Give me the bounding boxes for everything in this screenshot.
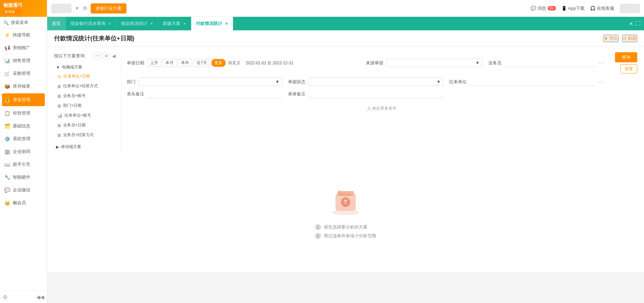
filter-body-note-item: 表体备注 [288, 90, 444, 98]
settings-display-btn[interactable]: 设置 [620, 64, 637, 73]
tab-income-close[interactable]: ✕ [150, 22, 153, 26]
tab-home-label: 首页 [52, 21, 61, 27]
sidebar-item-label: 营销推广 [13, 45, 30, 51]
collapse-conditions-btn[interactable]: ⋀ 收起更多条件 [368, 105, 397, 111]
sidebar-collapse-btn[interactable]: ◀◀ [36, 294, 44, 300]
sidebar-settings-btn[interactable]: ⚙ [3, 294, 7, 300]
tab-bank-close[interactable]: ✕ [108, 22, 111, 26]
trial-btn[interactable]: 体验行业方案 [91, 3, 126, 13]
sidebar-item-label: 企业协同 [13, 149, 30, 155]
inventory-icon: 📦 [4, 83, 10, 89]
filter-dept-item: 部门 ▼ [127, 78, 283, 86]
sidebar-item-enterprise[interactable]: 🏢 企业协同 [0, 145, 47, 158]
tab-payment[interactable]: 付款情况统计 ✕ [191, 17, 233, 30]
scheme-grid-icon: ▦ [57, 103, 61, 108]
scheme-item-salesman-date[interactable]: ▦ 业务员+日期 [54, 120, 116, 130]
service-btn[interactable]: 🎧 在线客服 [590, 5, 614, 11]
svg-point-8 [339, 190, 341, 192]
partner-input[interactable] [469, 78, 596, 86]
source-label: 来源单据 [366, 60, 383, 66]
salesman-input[interactable] [504, 59, 596, 67]
filter-row-3: 表头备注 表体备注 [127, 90, 637, 98]
sidebar-item-label: 系统管理 [13, 136, 30, 142]
scheme-item-label: 往来单位+账号 [64, 113, 91, 118]
hardware-icon: 🔧 [4, 174, 10, 180]
source-select[interactable]: ▼ [386, 59, 483, 67]
step-num-1: 1 [315, 224, 321, 230]
tab-bank-label: 现金银行流水查询 [70, 21, 106, 27]
date-btn-this-year[interactable]: 本年 [178, 59, 192, 67]
salesman-label: 业务员 [488, 60, 501, 66]
svg-point-6 [350, 191, 353, 194]
sidebar-item-marketing[interactable]: 📢 营销推广 [0, 41, 47, 54]
sidebar-item-quick-nav[interactable]: ⚡ 快捷导航 [0, 29, 47, 41]
sidebar-item-label: 新手引导 [13, 161, 30, 168]
scheme-group-desktop-title[interactable]: ▼ 电脑端方案 [54, 63, 116, 71]
filter-section: 按以下方案查询 + ⚙ ◀ ▼ 电脑端方案 ⊙ 往来单 [47, 47, 644, 154]
sidebar-item-weixin[interactable]: 💬 企业微信 [0, 184, 47, 196]
sidebar-item-basic-info[interactable]: 🗂️ 基础信息 [0, 120, 47, 132]
date-btn-last-month[interactable]: 上月 [147, 59, 161, 67]
tab-payment-label: 付款情况统计 [196, 21, 222, 27]
doc-status-dropdown-icon: ▼ [436, 79, 441, 84]
tab-home[interactable]: 首页 [47, 17, 66, 30]
tab-close-all-btn[interactable]: ✕ [629, 21, 633, 27]
topbar-user-avatar[interactable] [620, 4, 640, 13]
refresh-icon: ↺ [623, 36, 626, 41]
export-btn[interactable]: ⬆ 导出 [604, 35, 619, 42]
sidebar-logo: 畅捷通巧 [3, 2, 22, 8]
app-icon: 📱 [561, 6, 567, 11]
body-note-input[interactable] [308, 90, 444, 98]
tab-income[interactable]: 收款情况统计 ✕ [116, 17, 158, 30]
tab-bank[interactable]: 现金银行流水查询 ✕ [66, 17, 116, 30]
scheme-settings-btn[interactable]: ⚙ [103, 52, 110, 60]
date-btn-this-month[interactable]: 本月 [163, 59, 177, 67]
empty-illustration: ? [325, 184, 366, 217]
tab-payment-close[interactable]: ✕ [225, 22, 228, 26]
scheme-toggle-btn[interactable]: ◀ [112, 53, 116, 59]
date-btn-more[interactable]: 更多 [211, 59, 226, 67]
sidebar-item-operations[interactable]: 📋 经营管理 [0, 107, 47, 120]
scheme-item-salesman-account[interactable]: ▦ 业务员+账号 [54, 91, 116, 101]
sidebar-item-system[interactable]: ⚙️ 系统管理 [0, 132, 47, 145]
tab-new-scheme-close[interactable]: ✕ [183, 22, 186, 26]
sidebar-item-vip[interactable]: 👑 畅会员 [0, 196, 47, 209]
sidebar-item-label: 资金管理 [13, 97, 30, 103]
sidebar-item-finance[interactable]: 💰 资金管理 [2, 93, 45, 106]
guide-icon: 📖 [4, 161, 10, 168]
scheme-item-dept-date[interactable]: ▦ 部门+日期 [54, 101, 116, 111]
topbar-dropdown-arrow[interactable]: ▼ [75, 6, 79, 11]
sidebar-item-guide[interactable]: 📖 新手引导 [0, 158, 47, 171]
date-btn-7days[interactable]: 近7天 [194, 59, 210, 67]
salesman-dots-btn[interactable]: ··· [598, 60, 605, 66]
scheme-grid-icon: ▦ [57, 94, 61, 98]
scheme-item-partner-account[interactable]: 📊 往来单位+账号 [54, 111, 116, 120]
partner-dots-btn[interactable]: ··· [598, 79, 605, 85]
app-download-btn[interactable]: 📱 App下载 [561, 5, 585, 11]
sidebar-footer: ⚙ ◀◀ [0, 291, 47, 303]
sidebar-item-label: 快捷导航 [13, 32, 30, 38]
scheme-item-partner-date[interactable]: ⊙ 往来单位+日期 [54, 71, 116, 81]
message-btn[interactable]: 💬 消息 99+ [531, 5, 556, 11]
date-range-display[interactable]: 2022-01-01 至 2022-12-31 [246, 60, 293, 66]
sidebar-item-inventory[interactable]: 📦 库存核算 [0, 80, 47, 93]
topbar-settings-icon[interactable]: ⚙ [83, 5, 87, 11]
dept-select[interactable]: ▼ [138, 78, 283, 86]
tab-expand-btn[interactable]: ⛶ [635, 21, 641, 27]
sidebar-item-sales[interactable]: 📊 销售管理 [0, 54, 47, 67]
filter-source-item: 来源单据 ▼ [366, 59, 483, 67]
add-scheme-btn[interactable]: + [94, 52, 101, 60]
scheme-group-mobile-title[interactable]: ▶ 移动端方案 [54, 143, 116, 151]
tab-new-scheme[interactable]: 新建方案 ✕ [158, 17, 191, 30]
sidebar-search[interactable]: 🔍 搜索菜单 [0, 17, 47, 29]
header-note-input[interactable] [147, 90, 283, 98]
query-btn[interactable]: 查询 [615, 52, 637, 62]
sidebar-item-purchase[interactable]: 🛒 采购管理 [0, 67, 47, 80]
doc-status-select[interactable]: ▼ [308, 78, 444, 86]
scheme-group-arrow-icon: ▶ [56, 145, 59, 149]
scheme-item-partner-settlement[interactable]: ▦ 往来单位+结算方式 [54, 81, 116, 91]
sidebar-item-hardware[interactable]: 🔧 智能硬件 [0, 171, 47, 184]
scheme-item-salesman-settlement[interactable]: ▦ 业务员+结算方式 [54, 130, 116, 140]
filter-salesman-item: 业务员 ··· [488, 59, 605, 67]
refresh-btn[interactable]: ↺ 刷新 [622, 35, 637, 42]
